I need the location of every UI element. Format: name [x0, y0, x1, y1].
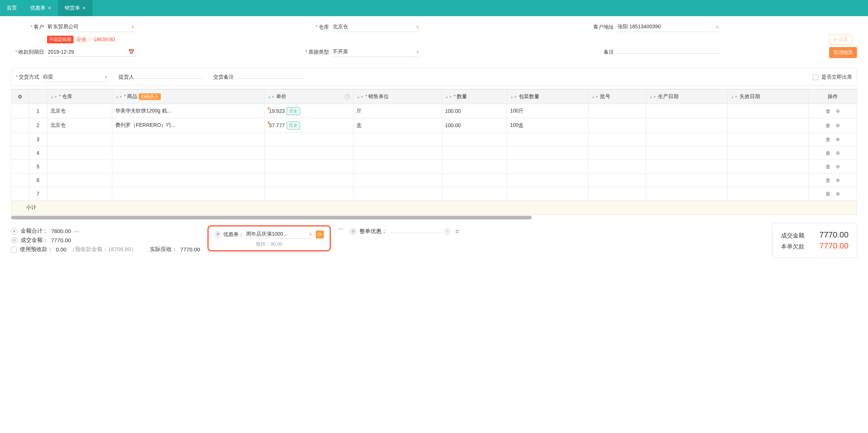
cell-batch[interactable] [588, 187, 646, 201]
tab-coupon[interactable]: 优惠券✕ [23, 0, 58, 16]
col-batch[interactable]: ▲▼批号 [588, 90, 646, 104]
cell-pack-qty[interactable]: 100斤 [507, 104, 588, 118]
table-row[interactable]: 1北京仓华美华夫软饼1200g 糕...19.923历史斤100.00100斤🗑… [11, 104, 857, 118]
cell-warehouse[interactable] [47, 187, 112, 201]
cell-exp-date[interactable] [727, 187, 809, 201]
cell-exp-date[interactable] [727, 160, 809, 173]
cell-mfg-date[interactable] [646, 187, 728, 201]
cell-batch[interactable] [588, 104, 646, 118]
col-pack-qty[interactable]: ▲▼包装数量 [507, 90, 588, 104]
cell-unit[interactable] [354, 173, 442, 187]
cell-qty[interactable] [442, 146, 507, 160]
col-warehouse[interactable]: ▲▼*仓库 [47, 90, 112, 104]
table-row[interactable]: 3🗑⊕ [11, 133, 857, 146]
cell-qty[interactable] [442, 133, 507, 146]
cell-pack-qty[interactable] [507, 187, 588, 201]
tab-home[interactable]: 首页 [0, 0, 23, 16]
cell-unit[interactable] [354, 160, 442, 173]
address-select[interactable]: 张阳 18513400390∨ [617, 22, 720, 32]
order-discount-input[interactable] [390, 230, 441, 233]
cell-qty[interactable]: 100.00 [442, 104, 507, 118]
delete-row-icon[interactable]: 🗑 [825, 108, 831, 114]
cell-mfg-date[interactable] [646, 146, 728, 160]
cell-pack-qty[interactable] [507, 173, 588, 187]
cell-price[interactable] [264, 160, 353, 173]
col-qty[interactable]: ▲▼*数量 [442, 90, 507, 104]
cell-price[interactable] [264, 173, 353, 187]
cell-mfg-date[interactable] [646, 104, 728, 118]
table-row[interactable]: 5🗑⊕ [11, 160, 857, 173]
cell-warehouse[interactable] [47, 160, 112, 173]
cell-warehouse[interactable] [47, 146, 112, 160]
cell-unit[interactable]: 盒 [354, 118, 442, 133]
delete-row-icon[interactable]: 🗑 [825, 164, 831, 169]
col-mfg-date[interactable]: ▲▼生产日期 [646, 90, 728, 104]
cell-unit[interactable] [354, 133, 442, 146]
add-row-icon[interactable]: ⊕ [836, 177, 840, 183]
add-row-icon[interactable]: ⊕ [836, 108, 840, 114]
cell-qty[interactable]: 100.00 [442, 118, 507, 133]
add-row-icon[interactable]: ⊕ [836, 150, 840, 156]
cell-exp-date[interactable] [727, 173, 809, 187]
add-row-icon[interactable]: ⊕ [836, 122, 840, 128]
cell-exp-date[interactable] [727, 133, 809, 146]
add-row-icon[interactable]: ⊕ [836, 164, 840, 169]
cell-price[interactable] [264, 187, 353, 201]
cell-product[interactable]: 华美华夫软饼1200g 糕... [112, 104, 264, 118]
tab-sales-order[interactable]: 销货单✕ [58, 0, 93, 16]
cell-warehouse[interactable]: 北京仓 [47, 118, 112, 133]
col-exp-date[interactable]: ▲▼失效日期 [727, 90, 809, 104]
cell-mfg-date[interactable] [646, 160, 728, 173]
cell-exp-date[interactable] [727, 118, 809, 133]
cell-batch[interactable] [588, 160, 646, 173]
cell-price[interactable] [264, 133, 353, 146]
table-row[interactable]: 4🗑⊕ [11, 146, 857, 160]
cell-product[interactable]: 费列罗（FERRERO）巧... [112, 118, 264, 133]
cell-product[interactable] [112, 133, 264, 146]
delete-row-icon[interactable]: 🗑 [825, 122, 831, 128]
delete-row-icon[interactable]: 🗑 [825, 191, 831, 197]
cell-batch[interactable] [588, 173, 646, 187]
col-product[interactable]: ▲▼*商品扫码录入 [112, 90, 264, 104]
delete-row-icon[interactable]: 🗑 [825, 150, 831, 156]
picker-input[interactable] [137, 75, 203, 79]
col-unit[interactable]: ▲▼*销售单位 [354, 90, 442, 104]
cell-unit[interactable] [354, 187, 442, 201]
due-date-input[interactable]: 2019-12-29📅 [47, 47, 135, 57]
immediate-outbound-checkbox[interactable] [813, 74, 818, 80]
cell-pack-qty[interactable]: 100盒 [507, 118, 588, 133]
col-price[interactable]: ▲▼单价? [264, 90, 353, 104]
cell-pack-qty[interactable] [507, 133, 588, 146]
delete-row-icon[interactable]: 🗑 [825, 136, 831, 142]
cell-warehouse[interactable]: 北京仓 [47, 104, 112, 118]
scan-entry-badge[interactable]: 扫码录入 [139, 93, 161, 100]
cell-pack-qty[interactable] [507, 146, 588, 160]
cell-product[interactable] [112, 146, 264, 160]
cell-batch[interactable] [588, 118, 646, 133]
cell-product[interactable] [112, 187, 264, 201]
warehouse-select[interactable]: 北京仓∨ [332, 22, 420, 32]
cell-qty[interactable] [442, 187, 507, 201]
cell-product[interactable] [112, 160, 264, 173]
delete-row-icon[interactable]: 🗑 [825, 177, 831, 183]
cell-exp-date[interactable] [727, 104, 809, 118]
horizontal-scrollbar[interactable] [11, 216, 532, 219]
cell-mfg-date[interactable] [646, 133, 728, 146]
customer-select[interactable]: 昕东贸易公司∨ [47, 22, 135, 32]
use-prepay-checkbox[interactable] [11, 247, 17, 253]
cell-qty[interactable] [442, 173, 507, 187]
history-badge[interactable]: 历史 [287, 107, 300, 115]
delivery-method-select[interactable]: 自提∨ [42, 72, 108, 82]
cell-warehouse[interactable] [47, 173, 112, 187]
cell-exp-date[interactable] [727, 146, 809, 160]
col-gear[interactable]: ⚙ [11, 90, 29, 104]
remark-input[interactable] [617, 50, 720, 54]
cell-warehouse[interactable] [47, 133, 112, 146]
table-row[interactable]: 2北京仓费列罗（FERRERO）巧...57.777历史盒100.00100盒🗑… [11, 118, 857, 133]
cell-price[interactable] [264, 146, 353, 160]
invoice-select[interactable]: 不开票∨ [332, 47, 420, 57]
table-row[interactable]: 6🗑⊕ [11, 173, 857, 187]
cell-price[interactable]: 19.923历史 [264, 104, 353, 118]
settings-button[interactable]: ⟳设置 [829, 35, 852, 45]
refresh-coupon-button[interactable]: ⟳ [316, 230, 324, 239]
